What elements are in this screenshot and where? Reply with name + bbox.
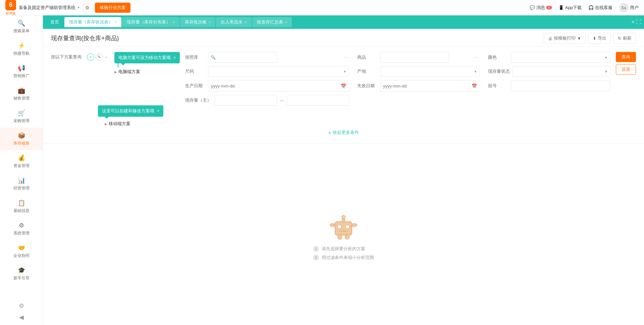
origin-label: 产地 (357, 68, 377, 74)
expiry-date-wrapper: 📅 (380, 80, 480, 92)
refresh-button[interactable]: ↻ 刷新 (613, 33, 636, 44)
collapse-button[interactable]: ∧ 收起更多条件 (328, 129, 359, 136)
calendar-icon[interactable]: 📅 (338, 84, 349, 89)
sidebar-item-sales[interactable]: 💼 销售管理 (0, 83, 43, 105)
edit-scheme-button[interactable]: ✎ (96, 53, 103, 61)
product-input[interactable] (380, 52, 449, 63)
range-separator: — (280, 98, 284, 103)
message-icon: 💬 (530, 5, 535, 10)
product-input-wrapper (380, 52, 470, 63)
message-button[interactable]: 💬 消息 6 (530, 5, 552, 11)
production-date-wrapper: 📅 (208, 80, 349, 92)
chart-icon: 📊 (18, 177, 25, 184)
empty-tips: 1 请先选择要分析的方案 2 用过滤条件来缩小分析范围 (313, 246, 374, 261)
arrow-back-button[interactable]: ← (104, 54, 109, 60)
cart-icon: 🛒 (18, 109, 25, 117)
megaphone-icon: 📢 (18, 64, 25, 72)
production-date-input[interactable] (208, 80, 338, 91)
form-item-inventory-amount: 现存量（主） — (185, 95, 349, 106)
tooltip-close-button[interactable]: × (173, 55, 176, 60)
origin-select[interactable] (380, 66, 480, 77)
tip1-text: 请先选择要分析的方案 (322, 246, 365, 252)
sidebar-item-finance[interactable]: 💰 资金管理 (0, 150, 43, 173)
inventory-status-select[interactable] (513, 66, 611, 77)
tab-fullscreen-button[interactable]: ⛶ (636, 19, 641, 25)
mobile-scheme-label: 移动端方案 (109, 121, 130, 127)
settings-gear-button[interactable]: ⚙ (83, 3, 92, 12)
export-button[interactable]: ⬆ 导出 (588, 33, 611, 44)
sidebar-item-search[interactable]: 🔍 搜索菜单 (0, 15, 43, 38)
form-item-inventory-status: 现存量状态 ▼ (488, 66, 611, 77)
sidebar-item-label: 快捷导航 (13, 51, 30, 56)
tooltip2-close-button[interactable]: × (157, 109, 159, 113)
svg-rect-9 (345, 234, 349, 239)
sidebar-item-label: 搜索菜单 (13, 28, 30, 34)
svg-rect-6 (330, 224, 335, 226)
sidebar-item-marketing[interactable]: 📢 营销推广 (0, 60, 43, 83)
calendar-icon[interactable]: 📅 (469, 84, 480, 89)
tooltip-text: 这里可以创建和修改方案哦 (102, 108, 154, 114)
sidebar-item-inventory[interactable]: 📦 库存核算 (0, 128, 43, 150)
form-item-product: 商品 ··· (357, 52, 480, 63)
tab-bar: 首页 现存量（库存状况表） × 现存量（库存分布表） × 库存批次账 × 出入库… (43, 15, 644, 29)
sidebar-item-purchase[interactable]: 🛒 采购管理 (0, 105, 43, 128)
tab-close-icon[interactable]: × (172, 20, 174, 24)
size-select[interactable] (208, 66, 349, 77)
production-date-label: 生产日期 (185, 83, 205, 89)
inventory-amount-min-input[interactable] (215, 95, 277, 106)
sidebar-item-enterprise[interactable]: 🤝 企业协同 (0, 240, 43, 263)
tab-close-icon[interactable]: × (245, 20, 247, 24)
sidebar-item-system[interactable]: ⚙ 系统管理 (0, 218, 43, 240)
warehouse-more-button[interactable]: ··· (342, 54, 349, 60)
inventory-amount-label: 现存量（主） (185, 97, 212, 103)
logo-icon: 6 (5, 0, 16, 10)
logo-subtext: 标准版 (6, 11, 16, 16)
search-small-icon: 🔍 (211, 55, 216, 60)
inventory-status-label: 现存量状态 (488, 68, 510, 74)
tab-close-all-button[interactable]: × (632, 19, 635, 25)
settings-button[interactable]: 设置 (616, 64, 636, 75)
empty-state: 1 请先选择要分析的方案 2 用过滤条件来缩小分析范围 (313, 208, 374, 261)
form-item-production-date: 生产日期 📅 (185, 80, 349, 92)
online-service-button[interactable]: 🎧 在线客服 (588, 5, 612, 11)
tab-inventory-status[interactable]: 现存量（库存状况表） × (64, 17, 121, 27)
inventory-amount-max-input[interactable] (287, 95, 349, 106)
app-download-button[interactable]: 📱 App下载 (558, 5, 582, 11)
print-template-button[interactable]: 🖨 按模板打印 ▼ (544, 33, 586, 44)
tab-close-icon[interactable]: × (209, 20, 211, 24)
tab-home[interactable]: 首页 (46, 17, 64, 27)
sidebar-collapse-button[interactable]: ◀ (19, 314, 24, 321)
batch-input[interactable] (511, 80, 611, 91)
inventory-icon: 📦 (18, 132, 25, 139)
user-area[interactable]: Ea 用户 (619, 3, 639, 12)
online-service-label: 在线客服 (595, 5, 612, 11)
form-item-origin: 产地 ▼ (357, 66, 480, 77)
system-selector[interactable]: 装备及固定资产辅助管理系统 ▼ (19, 5, 80, 11)
product-more-button[interactable]: ··· (473, 54, 480, 60)
sidebar-settings-button[interactable]: ⚙ (19, 302, 24, 310)
tab-close-icon[interactable]: × (285, 20, 287, 24)
tab-inventory-distribution[interactable]: 现存量（库存分布表） × (122, 17, 179, 27)
sidebar-item-quicknav[interactable]: ⚡ 快捷导航 (0, 38, 43, 60)
color-label: 颜色 (488, 54, 508, 60)
color-select[interactable] (511, 52, 611, 63)
expiry-date-input[interactable] (380, 80, 469, 91)
tab-inout-flow[interactable]: 出入库流水 × (216, 17, 251, 27)
sidebar-item-basic[interactable]: 📋 基础信息 (0, 195, 43, 218)
trial-button[interactable]: 体验行业方案 (95, 3, 130, 13)
sidebar-item-guide[interactable]: 🎓 新手引导 (0, 263, 43, 285)
tab-summary[interactable]: 收发存汇总表 × (252, 17, 292, 27)
query-button[interactable]: 查询 (616, 52, 636, 62)
pc-scheme-tooltip: 电脑方案可设为移动方案哦 × (114, 52, 180, 63)
export-icon: ⬆ (593, 36, 596, 41)
tab-close-icon[interactable]: × (115, 20, 117, 24)
chevron-down-icon: ▼ (77, 6, 80, 9)
tab-batch-account[interactable]: 库存批次账 × (180, 17, 215, 27)
warehouse-input[interactable] (208, 52, 277, 63)
scheme-node-pc[interactable]: ▶ 电脑端方案 (114, 67, 140, 76)
sidebar-item-operations[interactable]: 📊 经营管理 (0, 173, 43, 195)
sidebar-item-label: 销售管理 (13, 96, 30, 101)
svg-rect-2 (346, 225, 349, 228)
add-scheme-button[interactable]: + (87, 53, 94, 61)
svg-rect-0 (335, 222, 352, 235)
